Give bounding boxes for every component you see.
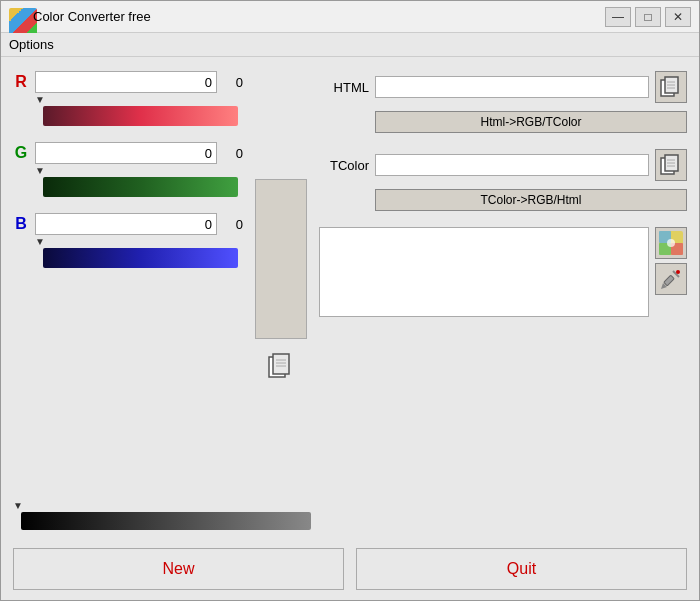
palette-button[interactable]	[655, 227, 687, 259]
tcolor-copy-icon	[660, 154, 682, 176]
new-button[interactable]: New	[13, 548, 344, 590]
quit-button[interactable]: Quit	[356, 548, 687, 590]
svg-point-23	[676, 270, 680, 274]
brightness-row: ▼	[13, 501, 687, 530]
g-slider[interactable]	[43, 177, 238, 197]
g-input-row: G 0	[13, 142, 243, 164]
b-input[interactable]	[35, 213, 217, 235]
maximize-button[interactable]: □	[635, 7, 661, 27]
window-controls: — □ ✕	[605, 7, 691, 27]
tcolor-label: TColor	[319, 158, 369, 173]
g-slider-container: ▼	[35, 166, 243, 197]
brightness-arrow: ▼	[13, 501, 23, 511]
copy-icon-middle[interactable]	[262, 347, 300, 385]
tcolor-row: TColor	[319, 149, 687, 181]
b-channel: B 0 ▼	[13, 213, 243, 268]
right-panel: HTML Html->RGB/TColor	[319, 71, 687, 493]
r-input-row: R 0	[13, 71, 243, 93]
html-row: HTML	[319, 71, 687, 103]
b-label: B	[13, 215, 29, 233]
app-icon	[9, 8, 27, 26]
html-copy-button[interactable]	[655, 71, 687, 103]
swatch-row	[319, 227, 687, 493]
main-content: R 0 ▼ G 0	[1, 57, 699, 600]
tcolor-copy-button[interactable]	[655, 149, 687, 181]
dropper-button[interactable]	[655, 263, 687, 295]
r-slider-arrow: ▼	[35, 95, 45, 105]
g-value-display: 0	[223, 146, 243, 161]
main-window: Color Converter free — □ ✕ Options R 0	[0, 0, 700, 601]
title-bar: Color Converter free — □ ✕	[1, 1, 699, 33]
brightness-slider[interactable]	[21, 512, 311, 530]
b-slider[interactable]	[43, 248, 238, 268]
r-value-display: 0	[223, 75, 243, 90]
options-menu[interactable]: Options	[9, 37, 54, 52]
g-slider-arrow: ▼	[35, 166, 45, 176]
b-input-row: B 0	[13, 213, 243, 235]
r-label: R	[13, 73, 29, 91]
palette-icon	[658, 230, 684, 256]
b-slider-container: ▼	[35, 237, 243, 268]
pages-copy-icon-mid	[267, 352, 295, 380]
html-label: HTML	[319, 80, 369, 95]
svg-rect-21	[664, 275, 675, 286]
window-title: Color Converter free	[33, 9, 605, 24]
r-slider[interactable]	[43, 106, 238, 126]
html-copy-icon	[660, 76, 682, 98]
g-label: G	[13, 144, 29, 162]
minimize-button[interactable]: —	[605, 7, 631, 27]
top-section: R 0 ▼ G 0	[13, 71, 687, 493]
swatch-icons	[655, 227, 687, 295]
svg-point-19	[667, 239, 675, 247]
g-input[interactable]	[35, 142, 217, 164]
svg-rect-1	[273, 354, 289, 374]
left-panel: R 0 ▼ G 0	[13, 71, 243, 493]
r-slider-container: ▼	[35, 95, 243, 126]
g-channel: G 0 ▼	[13, 142, 243, 197]
menu-bar: Options	[1, 33, 699, 57]
tcolor-convert-button[interactable]: TColor->RGB/Html	[375, 189, 687, 211]
bottom-buttons: New Quit	[13, 544, 687, 590]
r-channel: R 0 ▼	[13, 71, 243, 126]
dropper-icon	[659, 267, 683, 291]
b-slider-arrow: ▼	[35, 237, 45, 247]
html-convert-button[interactable]: Html->RGB/TColor	[375, 111, 687, 133]
tcolor-input[interactable]	[375, 154, 649, 176]
b-value-display: 0	[223, 217, 243, 232]
r-input[interactable]	[35, 71, 217, 93]
color-swatch	[319, 227, 649, 317]
close-button[interactable]: ✕	[665, 7, 691, 27]
color-preview	[255, 179, 307, 339]
html-input[interactable]	[375, 76, 649, 98]
middle-panel	[251, 71, 311, 493]
